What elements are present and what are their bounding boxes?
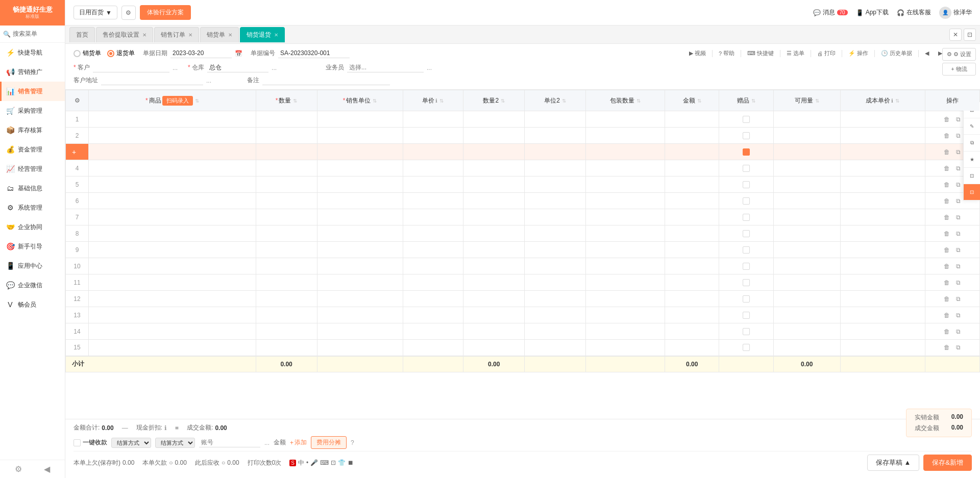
- settlement-select[interactable]: 结算方式: [111, 438, 151, 448]
- available-sort-icon[interactable]: ⇅: [815, 98, 819, 104]
- amount-sort-icon[interactable]: ⇅: [697, 98, 701, 104]
- gift-checkbox[interactable]: [743, 344, 750, 351]
- product-input-active[interactable]: [92, 148, 253, 156]
- sidebar-item-finance[interactable]: 💰 资金管理: [0, 140, 65, 159]
- gift-checkbox[interactable]: [743, 246, 750, 254]
- column-settings-btn[interactable]: ⚙: [70, 93, 84, 108]
- sidebar-item-purchase[interactable]: 🛒 采购管理: [0, 101, 65, 120]
- copy-row-icon[interactable]: ⧉: [953, 311, 963, 320]
- delete-row-icon[interactable]: 🗑: [942, 262, 951, 271]
- maximize-tab-btn[interactable]: ⊡: [964, 29, 976, 41]
- gift-checkbox[interactable]: [743, 132, 750, 139]
- delete-row-icon[interactable]: 🗑: [942, 311, 951, 320]
- delete-row-icon[interactable]: 🗑: [942, 131, 951, 140]
- cost-price-cell[interactable]: [840, 144, 925, 160]
- gift-checkbox[interactable]: [743, 148, 750, 156]
- gift-checkbox[interactable]: [743, 263, 750, 270]
- account-input[interactable]: [199, 438, 260, 447]
- product-cell[interactable]: [89, 111, 256, 128]
- copy-row-icon[interactable]: ⧉: [953, 213, 963, 222]
- qty-cell[interactable]: [256, 111, 317, 128]
- expense-split-btn[interactable]: 费用分摊: [311, 436, 347, 449]
- copy-row-icon[interactable]: ⧉: [953, 131, 963, 140]
- product-cell[interactable]: [89, 128, 256, 144]
- customer-dots[interactable]: ...: [173, 64, 178, 71]
- unit-price-sort-icon[interactable]: ⇅: [439, 98, 444, 104]
- calculation-select[interactable]: 结算方式: [155, 438, 195, 448]
- right-icon-bookmark[interactable]: ★: [964, 152, 980, 168]
- unit-price-cell[interactable]: [403, 144, 463, 160]
- available-cell[interactable]: [773, 144, 840, 160]
- copy-row-icon[interactable]: ⧉: [953, 294, 963, 304]
- product-sort-icon[interactable]: ⇅: [195, 98, 199, 104]
- pack-qty-sort-icon[interactable]: ⇅: [636, 98, 641, 104]
- qty-sort-icon[interactable]: ⇅: [293, 98, 297, 104]
- user-profile[interactable]: 👤 徐泽华: [939, 7, 972, 19]
- remark-input[interactable]: [262, 76, 390, 85]
- sales-unit-sort-icon[interactable]: ⇅: [373, 98, 377, 104]
- tab-home[interactable]: 首页: [69, 27, 95, 42]
- qty2-cell[interactable]: [463, 144, 525, 160]
- sidebar-item-wechat[interactable]: 💬 企业微信: [0, 275, 65, 295]
- qty2-cell[interactable]: [463, 128, 525, 144]
- experience-button[interactable]: 体验行业方案: [140, 5, 191, 20]
- customer-input[interactable]: [93, 63, 169, 72]
- right-icon-active[interactable]: ⊡: [964, 184, 980, 200]
- close-all-tabs-btn[interactable]: ✕: [949, 29, 962, 41]
- sidebar-item-sales[interactable]: 📊 销售管理: [0, 82, 65, 101]
- save-draft-btn[interactable]: 保存草稿 ▲: [867, 455, 920, 471]
- unit-price-info-icon[interactable]: ℹ: [435, 98, 437, 104]
- sales-unit-cell[interactable]: [317, 144, 403, 160]
- shortcut-btn[interactable]: ⌨ 快捷键: [744, 48, 777, 58]
- operate-btn[interactable]: ⚡ 操作: [845, 48, 871, 58]
- cost-price-cell[interactable]: [840, 128, 925, 144]
- prev-btn[interactable]: ◀: [922, 49, 932, 58]
- message-btn[interactable]: 💬 消息 70: [813, 8, 848, 17]
- app-download-btn[interactable]: 📱 App下载: [856, 8, 889, 17]
- gift-checkbox[interactable]: [743, 116, 750, 123]
- date-input[interactable]: [170, 48, 232, 58]
- sidebar-item-member[interactable]: V 畅会员: [0, 295, 65, 314]
- copy-row-icon[interactable]: ⧉: [953, 327, 963, 336]
- delete-row-icon[interactable]: 🗑: [942, 229, 951, 238]
- gift-checkbox[interactable]: [743, 312, 750, 319]
- copy-row-icon[interactable]: ⧉: [953, 164, 963, 173]
- available-cell[interactable]: [773, 128, 840, 144]
- copy-row-icon[interactable]: ⧉: [953, 180, 963, 189]
- sidebar-item-appstore[interactable]: 📱 应用中心: [0, 256, 65, 275]
- qty-cell[interactable]: [256, 128, 317, 144]
- gift-checkbox[interactable]: [743, 181, 750, 188]
- sidebar-item-inventory[interactable]: 📦 库存核算: [0, 120, 65, 140]
- tab-close-icon[interactable]: ✕: [274, 32, 278, 38]
- qty2-cell[interactable]: [463, 111, 525, 128]
- delete-row-icon[interactable]: 🗑: [942, 327, 951, 336]
- delete-row-icon[interactable]: 🗑: [942, 245, 951, 255]
- daily-select[interactable]: 日用百货 ▼: [74, 6, 117, 19]
- select-btn[interactable]: ☰ 选单: [783, 48, 807, 58]
- warehouse-dots[interactable]: ...: [272, 64, 277, 71]
- sidebar-item-operation[interactable]: 📈 经营管理: [0, 159, 65, 179]
- delete-row-icon[interactable]: 🗑: [942, 164, 951, 173]
- radio-delivery[interactable]: 销货单: [74, 49, 101, 58]
- tab-sales-delivery[interactable]: 销货单 ✕: [200, 27, 239, 42]
- add-payment-btn[interactable]: + 添加: [290, 438, 307, 447]
- tab-close-icon[interactable]: ✕: [188, 32, 192, 38]
- delete-row-icon[interactable]: 🗑: [942, 343, 951, 352]
- copy-row-icon[interactable]: ⧉: [953, 343, 963, 352]
- delete-row-icon[interactable]: 🗑: [942, 294, 951, 304]
- right-icon-copy[interactable]: ⧉: [964, 135, 980, 152]
- pack-qty-cell[interactable]: [586, 144, 665, 160]
- gift-checkbox[interactable]: [743, 279, 750, 286]
- tab-close-icon[interactable]: ✕: [228, 32, 232, 38]
- unit-price-cell[interactable]: [403, 128, 463, 144]
- copy-row-icon[interactable]: ⧉: [953, 147, 963, 157]
- sales-unit-cell[interactable]: [317, 128, 403, 144]
- gift-sort-icon[interactable]: ⇅: [751, 98, 755, 104]
- sidebar-item-enterprise[interactable]: 🤝 企业协同: [0, 217, 65, 237]
- print-btn[interactable]: 🖨 打印: [814, 48, 839, 58]
- add-row-btn-cell[interactable]: +: [66, 144, 89, 160]
- sidebar-item-quick-nav[interactable]: ⚡ 快捷导航: [0, 43, 65, 62]
- delete-row-icon[interactable]: 🗑: [942, 278, 951, 287]
- scan-input-btn[interactable]: 扫码录入: [162, 96, 193, 106]
- discount-help-icon[interactable]: ℹ: [164, 424, 167, 432]
